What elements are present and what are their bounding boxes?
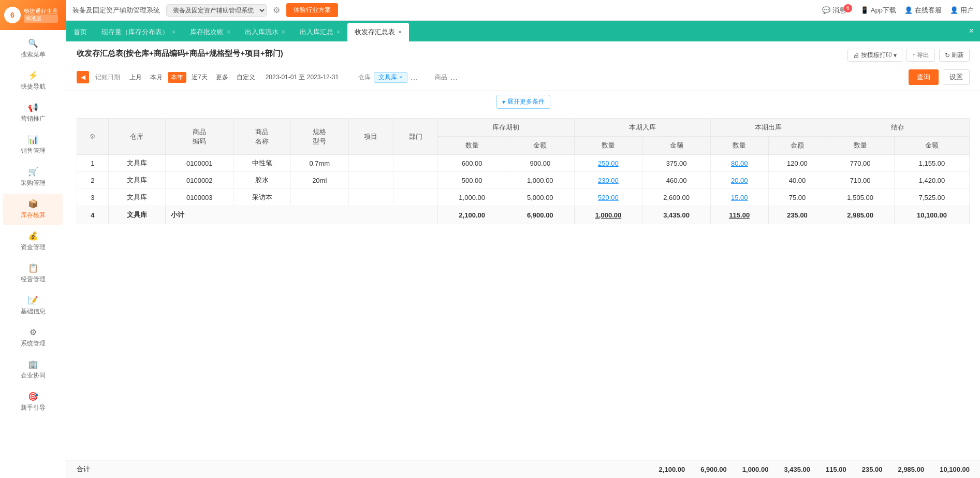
sidebar-item-label: 营销推广 — [21, 114, 46, 123]
tab-in-out-summary[interactable]: 出入库汇总 × — [292, 23, 347, 41]
sidebar-item-marketing[interactable]: 📢 营销推广 — [3, 97, 63, 128]
total-in-qty: 1,000.00 — [742, 466, 769, 473]
row-out-amt: 75.00 — [768, 189, 826, 206]
product-more-icon[interactable]: ... — [450, 72, 458, 83]
row-in-qty[interactable]: 230.00 — [574, 172, 642, 189]
row-num: 3 — [77, 189, 109, 206]
tab-batch-label: 库存批次账 — [190, 27, 224, 37]
out-amt-header: 金额 — [768, 137, 826, 155]
sidebar-item-search[interactable]: 🔍 搜索菜单 — [3, 33, 63, 64]
chevron-down-icon: ▾ — [894, 52, 897, 59]
logo-icon: 6 — [4, 7, 21, 23]
row-name: 胶水 — [233, 172, 290, 189]
tab-batch[interactable]: 库存批次账 × — [183, 23, 238, 41]
row-open-amt: 1,000.00 — [506, 172, 574, 189]
in-amt-header: 金额 — [642, 137, 711, 155]
enterprise-icon: 🏢 — [28, 359, 38, 369]
print-template-button[interactable]: 🖨 按模板打印 ▾ — [847, 49, 902, 62]
total-open-qty: 2,100.00 — [659, 466, 685, 473]
tab-home[interactable]: 首页 — [66, 23, 94, 41]
close-amt-header: 金额 — [894, 137, 969, 155]
sidebar-item-basics[interactable]: 📝 基础信息 — [3, 290, 63, 321]
experience-button[interactable]: 体验行业方案 — [286, 3, 338, 17]
tab-collection-label: 收发存汇总表 — [355, 27, 395, 37]
tab-summary-close[interactable]: × — [337, 28, 340, 36]
topbar: 装备及固定资产辅助管理系统 装备及固定资产辅助管理系统 ⚙ 体验行业方案 💬 消… — [66, 0, 980, 21]
row-in-qty[interactable]: 250.00 — [574, 155, 642, 172]
date-btn-custom[interactable]: 自定义 — [233, 72, 258, 83]
row-code: 0100002 — [165, 172, 233, 189]
sidebar-item-finance[interactable]: 💰 资金管理 — [3, 226, 63, 257]
row-out-qty[interactable]: 20.00 — [710, 172, 768, 189]
warehouse-more-icon[interactable]: ... — [411, 72, 418, 83]
tab-flow-close[interactable]: × — [282, 28, 285, 36]
user-item[interactable]: 👤 用户 — [950, 6, 974, 15]
tab-collection[interactable]: 收发存汇总表 × — [347, 23, 409, 41]
date-btn-more[interactable]: 更多 — [213, 72, 231, 83]
row-department — [393, 189, 437, 206]
expand-conditions-button[interactable]: ▾ 展开更多条件 — [496, 95, 550, 109]
date-btn-lastmonth[interactable]: 上月 — [126, 72, 145, 83]
row-num: 2 — [77, 172, 109, 189]
row-out-qty[interactable]: 15.00 — [710, 189, 768, 206]
row-department — [393, 155, 437, 172]
date-btn-thismonth[interactable]: 本月 — [147, 72, 166, 83]
sidebar-item-label: 经营管理 — [21, 275, 46, 284]
warehouse-tag-remove[interactable]: × — [399, 74, 402, 80]
search-icon: 🔍 — [28, 38, 38, 48]
sidebar-item-enterprise[interactable]: 🏢 企业协同 — [3, 354, 63, 385]
sidebar-item-purchase[interactable]: 🛒 采购管理 — [3, 162, 63, 193]
row-out-qty[interactable]: 80.00 — [710, 155, 768, 172]
tab-collection-close[interactable]: × — [398, 28, 402, 36]
settings-icon[interactable]: ⚙ — [273, 5, 280, 15]
open-qty-header: 数量 — [438, 137, 506, 155]
in-header: 本期入库 — [574, 119, 710, 137]
row-in-amt: 375.00 — [642, 155, 711, 172]
main-area: 装备及固定资产辅助管理系统 装备及固定资产辅助管理系统 ⚙ 体验行业方案 💬 消… — [66, 0, 980, 478]
refresh-button[interactable]: ↻ 刷新 — [939, 49, 970, 62]
message-item[interactable]: 💬 消息 6 — [822, 6, 852, 15]
table-settings-header[interactable]: ⚙ — [77, 119, 109, 155]
tab-stock-dist-close[interactable]: × — [172, 28, 175, 36]
tab-flow[interactable]: 出入库流水 × — [238, 23, 292, 41]
sidebar-item-guide[interactable]: 🎯 新手引导 — [3, 386, 63, 417]
system-select[interactable]: 装备及固定资产辅助管理系统 — [166, 4, 267, 17]
phone-icon: 📱 — [860, 6, 869, 14]
tabs-close-all[interactable]: × — [963, 26, 980, 36]
table-row: 1 文具库 0100001 中性笔 0.7mm 600.00 900.00 25… — [77, 155, 970, 172]
filter-bar: ◀ 记账日期 上月 本月 本年 近7天 更多 自定义 2023-01-01 至 … — [66, 64, 980, 91]
expand-row: ▾ 展开更多条件 — [66, 91, 980, 113]
export-button[interactable]: ↑ 导出 — [906, 49, 935, 62]
row-in-amt: 460.00 — [642, 172, 711, 189]
row-spec: 20ml — [290, 172, 348, 189]
subtotal-in-amt: 3,435.00 — [642, 206, 711, 224]
sidebar-item-label: 销售管理 — [21, 147, 46, 155]
sidebar-item-operations[interactable]: 📋 经营管理 — [3, 258, 63, 289]
tab-batch-close[interactable]: × — [227, 28, 230, 36]
settings-button[interactable]: 设置 — [943, 69, 970, 85]
date-range-display: 2023-01-01 至 2023-12-31 — [262, 72, 342, 83]
filter-actions: 查询 设置 — [909, 69, 970, 85]
online-service-item[interactable]: 👤 在线客服 — [904, 6, 942, 15]
tab-stock-dist[interactable]: 现存量（库存分布表） × — [94, 23, 183, 41]
sidebar-item-inventory[interactable]: 📦 库存核算 — [3, 194, 63, 225]
tab-stock-dist-label: 现存量（库存分布表） — [101, 27, 169, 37]
date-btn-thisyear[interactable]: 本年 — [168, 72, 186, 83]
subtotal-out-qty: 115.00 — [710, 206, 768, 224]
row-out-amt: 120.00 — [768, 155, 826, 172]
query-button[interactable]: 查询 — [909, 69, 939, 85]
filter-toggle-btn[interactable]: ◀ — [77, 71, 89, 83]
tab-home-label: 首页 — [74, 27, 87, 37]
sidebar-item-system[interactable]: ⚙ 系统管理 — [3, 322, 63, 353]
department-header: 部门 — [393, 119, 437, 155]
row-in-qty[interactable]: 520.00 — [574, 189, 642, 206]
date-btn-7days[interactable]: 近7天 — [188, 72, 211, 83]
subtotal-open-amt: 6,900.00 — [506, 206, 574, 224]
row-name: 中性笔 — [233, 155, 290, 172]
sidebar-item-quicknav[interactable]: ⚡ 快捷导航 — [3, 65, 63, 96]
sidebar-item-sales[interactable]: 📊 销售管理 — [3, 129, 63, 161]
operations-icon: 📋 — [28, 263, 38, 273]
app-download-item[interactable]: 📱 App下载 — [860, 6, 896, 15]
row-warehouse: 文具库 — [108, 155, 165, 172]
page-actions: 🖨 按模板打印 ▾ ↑ 导出 ↻ 刷新 — [847, 49, 970, 62]
